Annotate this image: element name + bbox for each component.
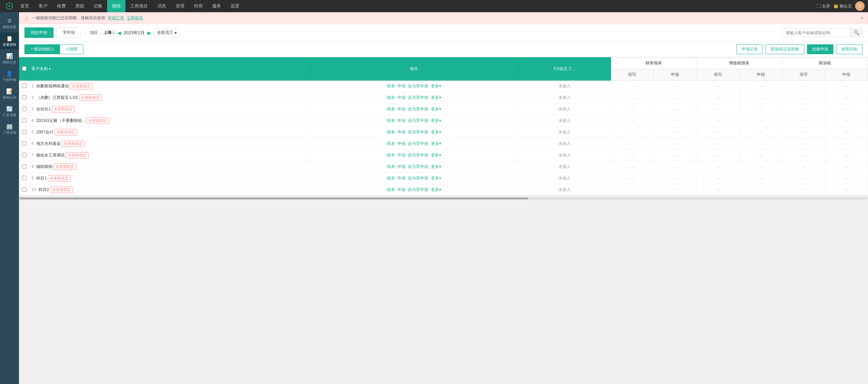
row-checkbox-9[interactable] — [19, 184, 29, 196]
action-zero-declare-6[interactable]: 设为零申报 — [408, 153, 428, 157]
nav-tax[interactable]: 报税 — [107, 0, 125, 12]
select-all-checkbox[interactable] — [22, 66, 26, 71]
action-more-8[interactable]: 更多▾ — [431, 176, 441, 180]
notice-link1[interactable]: 申报汇率 — [108, 15, 124, 21]
row-fin-fill-9: — — [611, 184, 653, 196]
sidebar-label-tax-records: 报税记录 — [3, 95, 16, 100]
action-zero-declare-1[interactable]: 设为零申报 — [408, 95, 428, 100]
action-tax-table-2[interactable]: 税表 — [387, 107, 395, 111]
tab-zero-declaration[interactable]: 零申报 — [56, 27, 81, 38]
user-avatar[interactable]: C — [855, 1, 865, 11]
nav-fee[interactable]: 收费 — [52, 0, 71, 12]
sidebar-item-batch-tax[interactable]: 📋 批量报税 — [0, 33, 19, 49]
horizontal-scrollbar[interactable] — [19, 196, 868, 200]
action-more-1[interactable]: 更多▾ — [431, 95, 441, 100]
row-vat-fill-4: — — [696, 127, 739, 138]
tab-general-taxpayer[interactable]: 一般的纳税人 — [25, 45, 60, 54]
action-zero-declare-7[interactable]: 设为零申报 — [408, 164, 428, 169]
row-checkbox-3[interactable] — [19, 115, 29, 127]
action-more-0[interactable]: 更多▾ — [431, 84, 441, 88]
date-next-btn[interactable]: ▶ — [147, 30, 151, 36]
notice-close-btn[interactable]: × — [861, 15, 864, 21]
action-tax-table-5[interactable]: 税表 — [387, 141, 395, 146]
action-tax-table-0[interactable]: 税表 — [387, 84, 395, 88]
action-declare-4[interactable]: 申报 — [397, 130, 406, 134]
action-zero-declare-8[interactable]: 设为零申报 — [408, 176, 428, 180]
row-ca-6: 未插入 — [518, 150, 611, 161]
update-tax-btn[interactable]: 更新税定及取数 — [766, 44, 804, 54]
action-declare-8[interactable]: 申报 — [397, 176, 406, 180]
row-checkbox-8[interactable] — [19, 173, 29, 184]
date-prev-btn[interactable]: ◀ — [117, 30, 121, 36]
nav-home[interactable]: 首页 — [16, 0, 34, 12]
sidebar-item-tax-settings[interactable]: ⚙ 报税设置 — [0, 15, 19, 32]
action-declare-2[interactable]: 申报 — [397, 107, 406, 111]
search-input[interactable] — [783, 29, 851, 37]
sidebar-item-tax-overview[interactable]: 📊 报税总览 — [0, 50, 19, 67]
action-declare-1[interactable]: 申报 — [397, 95, 406, 100]
nav-invoice[interactable]: 票据 — [71, 0, 89, 12]
notice-link2[interactable]: 立即购买 — [127, 15, 143, 21]
action-tax-table-8[interactable]: 税表 — [387, 176, 395, 180]
row-vat-fill-6: — — [696, 150, 739, 161]
action-zero-declare-2[interactable]: 设为零申报 — [408, 107, 428, 111]
sidebar-label-tax-settings: 报税设置 — [3, 25, 16, 29]
action-tax-table-7[interactable]: 税表 — [387, 164, 395, 169]
nav-ops[interactable]: 经营 — [189, 0, 208, 12]
row-checkbox-2[interactable] — [19, 104, 29, 115]
row-vat-declare-6: — — [739, 150, 782, 161]
row-checkbox-7[interactable] — [19, 161, 29, 173]
sidebar-item-tax-records[interactable]: 📝 报税记录 — [0, 85, 19, 102]
action-zero-declare-9[interactable]: 设为零申报 — [408, 187, 428, 192]
action-declare-0[interactable]: 申报 — [397, 84, 406, 88]
action-tax-table-6[interactable]: 税表 — [387, 153, 395, 157]
nav-service[interactable]: 服务 — [208, 0, 226, 12]
sidebar-item-annual-report[interactable]: 🏢 工商年报 — [0, 121, 19, 137]
nav-bookkeeping[interactable]: 记账 — [89, 0, 107, 12]
row-checkbox-1[interactable] — [19, 92, 29, 104]
action-declare-9[interactable]: 申报 — [397, 187, 406, 192]
row-checkbox-6[interactable] — [19, 150, 29, 161]
action-more-4[interactable]: 更多▾ — [431, 130, 441, 134]
action-declare-3[interactable]: 申报 — [397, 118, 406, 123]
action-zero-declare-3[interactable]: 设为零申报 — [408, 118, 428, 123]
tab-tax-declaration[interactable]: 税款申报 — [24, 27, 54, 38]
declaration-records-btn[interactable]: 申报记录 — [736, 44, 763, 54]
action-zero-declare-0[interactable]: 设为零申报 — [408, 84, 428, 88]
action-zero-declare-5[interactable]: 设为零申报 — [408, 141, 428, 146]
action-declare-7[interactable]: 申报 — [397, 164, 406, 169]
row-checkbox-5[interactable] — [19, 138, 29, 150]
tab-small-scale[interactable]: 小规模 — [60, 45, 83, 54]
action-tax-table-4[interactable]: 税表 — [387, 130, 395, 134]
row-fin-fill-7: — — [611, 161, 653, 173]
nav-customer[interactable]: 客户 — [34, 0, 52, 12]
sidebar-item-personal-tax[interactable]: 👤 个税申报 — [0, 68, 19, 85]
search-button[interactable]: 🔍 — [851, 29, 862, 37]
staff-select[interactable]: 全部员工 ▾ — [154, 28, 180, 37]
nav-manage[interactable]: 管理 — [171, 0, 189, 12]
toolbar: 税款申报 零申报 地区： 上海 ℹ ◀ 2023年2月 ▶ 全部员工 ▾ — [19, 24, 868, 42]
action-tax-table-1[interactable]: 税表 — [387, 95, 395, 100]
action-more-5[interactable]: 更多▾ — [431, 141, 441, 146]
row-checkbox-0[interactable] — [19, 81, 29, 92]
action-declare-6[interactable]: 申报 — [397, 153, 406, 157]
action-more-3[interactable]: 更多▾ — [431, 118, 441, 123]
fullscreen-btn[interactable]: ⛶ 全屏 — [816, 3, 830, 9]
nav-settings[interactable]: 设置 — [226, 0, 244, 12]
row-checkbox-4[interactable] — [19, 127, 29, 138]
action-more-2[interactable]: 更多▾ — [431, 107, 441, 111]
batch-declaration-btn[interactable]: 批量申报 — [807, 44, 833, 54]
collect-receipt-btn[interactable]: 收取回执 — [836, 44, 863, 54]
action-more-7[interactable]: 更多▾ — [431, 164, 441, 169]
action-tax-table-9[interactable]: 税表 — [387, 187, 395, 192]
sidebar-item-annual-clearance[interactable]: 🔄 汇算清缴 — [0, 103, 19, 120]
nav-msg[interactable]: 消息 — [153, 0, 171, 12]
vip-btn[interactable]: 👑 畅会员 — [833, 3, 852, 9]
action-declare-5[interactable]: 申报 — [397, 141, 406, 146]
action-more-6[interactable]: 更多▾ — [431, 153, 441, 157]
action-more-9[interactable]: 更多▾ — [431, 187, 441, 192]
location-info-icon[interactable]: ℹ — [113, 30, 115, 35]
action-tax-table-3[interactable]: 税表 — [387, 118, 395, 123]
nav-biz[interactable]: 工商项目 — [125, 0, 153, 12]
action-zero-declare-4[interactable]: 设为零申报 — [408, 130, 428, 134]
